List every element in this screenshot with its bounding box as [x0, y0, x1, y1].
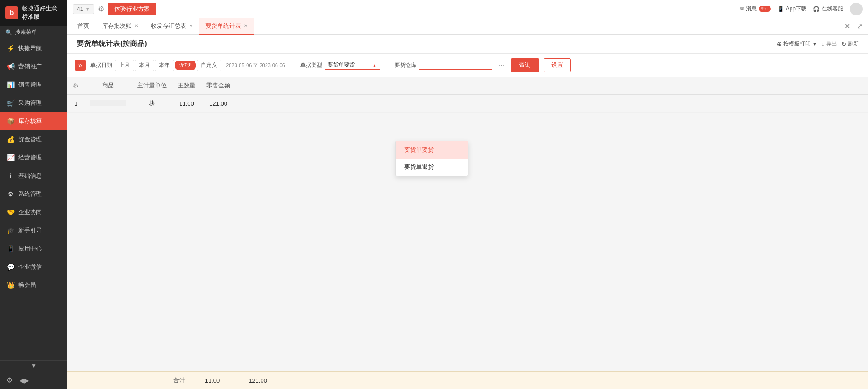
app-logo-icon: b [5, 6, 18, 19]
filter-settings-button[interactable]: 设置 [544, 58, 571, 72]
sidebar-logo: b 畅捷通好生意 标准版 [0, 0, 67, 26]
dropdown-option-requisition[interactable]: 要货单要货 [396, 141, 468, 159]
query-button[interactable]: 查询 [511, 58, 539, 72]
tab-close-all[interactable]: ✕ [842, 21, 852, 31]
tab-expand[interactable]: ⤢ [855, 21, 864, 31]
tab-close-receipt-summary[interactable]: ✕ [189, 23, 193, 28]
sidebar-item-purchase[interactable]: 🛒 采购管理 [0, 94, 67, 112]
page-header: 要货单统计表(按商品) 🖨 按模板打印 ▼ ↓ 导出 ↻ 刷新 [67, 35, 868, 54]
footer-total-label: 合计 [173, 376, 185, 384]
col-product: 商品 [84, 77, 132, 95]
user-avatar[interactable] [850, 3, 863, 15]
tab-home[interactable]: 首页 [71, 18, 96, 35]
app-download-button[interactable]: 📱 App下载 [777, 5, 806, 13]
refresh-icon: ↻ [842, 41, 846, 47]
app-center-icon: 📱 [6, 245, 15, 252]
print-icon: 🖨 [776, 41, 781, 47]
sidebar-item-enterprise-wechat[interactable]: 💬 企业微信 [0, 258, 67, 276]
tab-receipt-summary[interactable]: 收发存汇总表 ✕ [144, 18, 199, 35]
trial-button[interactable]: 体验行业方案 [108, 3, 156, 15]
date-filter-label: 单据日期 [90, 61, 112, 69]
export-button[interactable]: ↓ 导出 [822, 40, 837, 48]
cell-amount: 121.00 [201, 95, 236, 113]
filter-divider-1 [293, 61, 293, 70]
cell-index: 1 [67, 95, 84, 113]
sidebar-item-marketing[interactable]: 📢 营销推广 [0, 57, 67, 76]
app-logo-text: 畅捷通好生意 标准版 [22, 5, 57, 21]
member-icon: 👑 [6, 282, 15, 289]
page-actions: 🖨 按模板打印 ▼ ↓ 导出 ↻ 刷新 [776, 40, 859, 48]
table-footer: 合计 11.00 121.00 [67, 371, 868, 389]
topbar: 41 ▼ ⚙ 体验行业方案 ✉ 消息 99+ 📱 App下载 🎧 在线客服 [67, 0, 868, 18]
messages-button[interactable]: ✉ 消息 99+ [740, 5, 771, 13]
tab-inventory-batch[interactable]: 库存批次账 ✕ [96, 18, 144, 35]
cell-quantity: 11.00 [172, 95, 201, 113]
refresh-button[interactable]: ↻ 刷新 [842, 40, 859, 48]
type-select-wrapper: 要货单要货 要货单退货 ▲ [325, 60, 380, 70]
footer-total-amount: 121.00 [240, 377, 276, 384]
warehouse-filter-label: 要货仓库 [395, 61, 416, 69]
search-menu[interactable]: 🔍 搜索菜单 [0, 26, 67, 39]
warehouse-select-wrapper [419, 60, 492, 70]
inventory-icon: 📦 [6, 118, 15, 125]
system-icon: ⚙ [6, 190, 15, 198]
date-tab-this-year[interactable]: 本年 [155, 60, 174, 71]
app-download-icon: 📱 [777, 6, 784, 12]
sidebar-scroll-down[interactable]: ▼ [0, 360, 67, 371]
print-chevron-icon: ▼ [812, 41, 817, 46]
sidebar-item-app-center[interactable]: 📱 应用中心 [0, 240, 67, 258]
sidebar-item-member[interactable]: 👑 畅会员 [0, 276, 67, 294]
quick-nav-icon: ⚡ [6, 45, 15, 52]
cell-empty [236, 95, 868, 113]
topbar-right: ✉ 消息 99+ 📱 App下载 🎧 在线客服 [740, 3, 863, 15]
col-settings[interactable]: ⚙ [67, 77, 84, 95]
purchase-icon: 🛒 [6, 99, 15, 107]
sidebar-item-finance[interactable]: 💰 资金管理 [0, 130, 67, 148]
sidebar-nav: ⚡ 快捷导航 📢 营销推广 📊 销售管理 🛒 采购管理 📦 库存核算 💰 资金管… [0, 39, 67, 360]
date-tab-custom[interactable]: 自定义 [197, 60, 221, 71]
print-button[interactable]: 🖨 按模板打印 ▼ [776, 40, 817, 48]
sidebar-item-inventory[interactable]: 📦 库存核算 [0, 112, 67, 130]
col-empty [236, 77, 868, 95]
date-tab-this-month[interactable]: 本月 [135, 60, 154, 71]
sales-icon: 📊 [6, 81, 15, 88]
service-icon: 🎧 [813, 6, 820, 12]
sidebar-collapse-icon[interactable]: ◀▶ [19, 377, 29, 384]
sidebar-item-beginner[interactable]: 🎓 新手引导 [0, 221, 67, 240]
date-range-display: 2023-05-06 至 2023-06-06 [226, 62, 285, 69]
table-container: ⚙ 商品 主计量单位 主数量 零售金额 1 [67, 77, 868, 371]
tab-requisition-summary[interactable]: 要货单统计表 ✕ [199, 18, 254, 35]
company-id: 41 ▼ [73, 4, 94, 14]
sidebar-item-system[interactable]: ⚙ 系统管理 [0, 185, 67, 203]
topbar-settings-icon[interactable]: ⚙ [98, 5, 104, 13]
topbar-left: 41 ▼ ⚙ 体验行业方案 [73, 3, 735, 15]
sidebar-item-quick-nav[interactable]: ⚡ 快捷导航 [0, 39, 67, 57]
search-icon: 🔍 [5, 29, 12, 36]
tab-close-requisition-summary[interactable]: ✕ [244, 23, 247, 28]
date-tab-last-month[interactable]: 上月 [115, 60, 134, 71]
filter-expand-button[interactable]: » [75, 60, 86, 71]
sidebar-item-operations[interactable]: 📈 经营管理 [0, 148, 67, 167]
chevron-down-icon: ▼ [85, 6, 90, 12]
filter-more-button[interactable]: ··· [497, 61, 506, 69]
tab-actions: ✕ ⤢ [842, 21, 864, 31]
tab-close-inventory-batch[interactable]: ✕ [134, 23, 138, 28]
sidebar-settings-icon[interactable]: ⚙ [6, 376, 13, 384]
enterprise-collab-icon: 🤝 [6, 209, 15, 216]
date-filter-group: 单据日期 上月 本月 本年 近7天 自定义 2023-05-06 至 2023-… [90, 60, 285, 71]
type-select[interactable]: 要货单要货 要货单退货 [325, 60, 380, 70]
online-service-button[interactable]: 🎧 在线客服 [813, 5, 843, 13]
operations-icon: 📈 [6, 154, 15, 161]
column-settings-icon[interactable]: ⚙ [73, 82, 79, 89]
dropdown-option-return[interactable]: 要货单退货 [396, 159, 468, 176]
warehouse-select[interactable] [419, 60, 492, 70]
sidebar-item-enterprise-collab[interactable]: 🤝 企业协同 [0, 203, 67, 221]
enterprise-wechat-icon: 💬 [6, 263, 15, 271]
sidebar: b 畅捷通好生意 标准版 🔍 搜索菜单 ⚡ 快捷导航 📢 营销推广 📊 销售管理… [0, 0, 67, 389]
type-filter-group: 单据类型 要货单要货 要货单退货 ▲ [300, 60, 380, 70]
sidebar-item-sales[interactable]: 📊 销售管理 [0, 76, 67, 94]
content-area: 要货单统计表(按商品) 🖨 按模板打印 ▼ ↓ 导出 ↻ 刷新 » [67, 35, 868, 389]
date-tab-last-7-days[interactable]: 近7天 [175, 61, 196, 70]
sidebar-item-basic-info[interactable]: ℹ 基础信息 [0, 167, 67, 185]
sidebar-footer: ⚙ ◀▶ [0, 371, 67, 389]
